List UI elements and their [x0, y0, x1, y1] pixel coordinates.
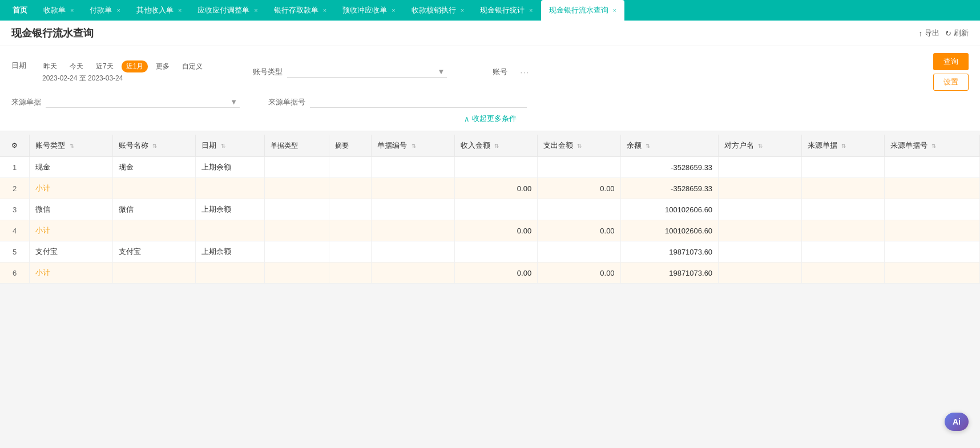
cell-account-type: 小计: [30, 263, 112, 284]
col-balance[interactable]: 余额 ⇅: [620, 135, 719, 157]
cell-source-doc-no: [885, 178, 980, 199]
cell-doc-type: [264, 263, 329, 284]
cell-account-type: 支付宝: [30, 241, 112, 263]
settings-button[interactable]: 设置: [933, 74, 969, 91]
header-actions: ↑ 导出 ↻ 刷新: [919, 28, 969, 38]
col-account-name[interactable]: 账号名称 ⇅: [112, 135, 195, 157]
nav-tab-tongji[interactable]: 现金银行统计 ×: [472, 0, 541, 21]
nav-tab-shoukuan[interactable]: 收款单 ×: [35, 0, 82, 21]
source-doc-no-label: 来源单据号: [268, 97, 305, 107]
col-summary: 摘要: [329, 135, 372, 157]
account-label: 账号: [493, 67, 515, 77]
cell-date: 上期余额: [196, 157, 264, 178]
cell-summary: [329, 263, 372, 284]
account-dots[interactable]: ···: [520, 68, 530, 76]
cell-expense: 0.00: [538, 263, 620, 284]
col-source-doc-no[interactable]: 来源单据号 ⇅: [885, 135, 980, 157]
cell-balance: -3528659.33: [620, 157, 719, 178]
export-button[interactable]: ↑ 导出: [919, 28, 940, 38]
refresh-button[interactable]: ↻ 刷新: [945, 28, 969, 38]
cell-source-doc: [801, 263, 884, 284]
cell-expense: [538, 157, 620, 178]
cell-summary: [329, 199, 372, 220]
cell-expense: 0.00: [538, 220, 620, 241]
date-range-display: 2023-02-24 至 2023-03-24: [42, 74, 207, 83]
table-body: 1现金现金上期余额-3528659.332小计0.000.00-3528659.…: [0, 157, 980, 284]
date-btn-today[interactable]: 今天: [65, 60, 88, 72]
close-icon[interactable]: ×: [613, 0, 616, 21]
cell-balance: 100102606.60: [620, 220, 719, 241]
close-icon[interactable]: ×: [70, 0, 74, 21]
col-counterparty[interactable]: 对方户名 ⇅: [719, 135, 801, 157]
cell-account-name: 微信: [112, 199, 195, 220]
filter-row-2: 来源单据 ▼ 来源单据号: [11, 96, 969, 108]
cell-date: [196, 263, 264, 284]
source-doc-select[interactable]: ▼: [46, 96, 240, 108]
cell-counterparty: [719, 178, 801, 199]
cell-source-doc: [801, 220, 884, 241]
cell-expense: [538, 241, 620, 263]
cell-counterparty: [719, 263, 801, 284]
nav-tab-yinhangcunqu[interactable]: 银行存取款单 ×: [266, 0, 334, 21]
nav-tab-yushou[interactable]: 预收冲应收单 ×: [334, 0, 403, 21]
col-doc-no[interactable]: 单据编号 ⇅: [372, 135, 454, 157]
collapse-bar[interactable]: ∧ 收起更多条件: [11, 114, 969, 124]
sort-icon: ⇅: [152, 143, 157, 149]
date-btn-7days[interactable]: 近7天: [91, 60, 118, 72]
cell-doc-type: [264, 157, 329, 178]
date-btn-1month[interactable]: 近1月: [122, 60, 148, 72]
cell-doc-type: [264, 220, 329, 241]
col-date[interactable]: 日期 ⇅: [196, 135, 264, 157]
date-btn-custom[interactable]: 自定义: [178, 60, 207, 72]
close-icon[interactable]: ×: [254, 0, 257, 21]
cell-doc-no: [372, 157, 454, 178]
date-buttons: 昨天 今天 近7天 近1月 更多 自定义: [39, 60, 207, 72]
cell-income: [454, 241, 537, 263]
cell-doc-no: [372, 263, 454, 284]
cell-summary: [329, 178, 372, 199]
nav-tab-shoukuan-hexiao[interactable]: 收款核销执行 ×: [404, 0, 472, 21]
cell-account-name: [112, 220, 195, 241]
col-expense[interactable]: 支出金额 ⇅: [538, 135, 620, 157]
nav-home[interactable]: 首页: [5, 0, 35, 21]
cell-source-doc-no: [885, 199, 980, 220]
nav-tab-qitashouru[interactable]: 其他收入单 ×: [128, 0, 189, 21]
cell-income: 0.00: [454, 263, 537, 284]
row-number: 3: [0, 199, 30, 220]
cell-counterparty: [719, 157, 801, 178]
cell-account-name: 支付宝: [112, 241, 195, 263]
row-number: 4: [0, 220, 30, 241]
nav-tab-fukuan[interactable]: 付款单 ×: [82, 0, 128, 21]
close-icon[interactable]: ×: [461, 0, 464, 21]
col-income[interactable]: 收入金额 ⇅: [454, 135, 537, 157]
page-title: 现金银行流水查询: [11, 26, 94, 40]
col-source-doc[interactable]: 来源单据 ⇅: [801, 135, 884, 157]
cell-source-doc: [801, 178, 884, 199]
nav-tab-yingshouyingfu[interactable]: 应收应付调整单 ×: [189, 0, 265, 21]
col-settings[interactable]: ⚙: [0, 135, 30, 157]
export-icon: ↑: [919, 29, 923, 38]
account-type-select[interactable]: ▼: [287, 66, 447, 78]
source-doc-no-input[interactable]: [310, 96, 527, 108]
date-btn-more[interactable]: 更多: [151, 60, 174, 72]
table-row: 1现金现金上期余额-3528659.33: [0, 157, 980, 178]
cell-counterparty: [719, 241, 801, 263]
date-btn-yesterday[interactable]: 昨天: [39, 60, 62, 72]
close-icon[interactable]: ×: [178, 0, 182, 21]
close-icon[interactable]: ×: [392, 0, 395, 21]
cell-date: [196, 178, 264, 199]
query-button[interactable]: 查询: [933, 53, 969, 70]
nav-tab-liushui-active[interactable]: 现金银行流水查询 ×: [541, 0, 624, 21]
filter-area: 日期 昨天 今天 近7天 近1月 更多 自定义 2023-02-24 至 202…: [0, 46, 980, 131]
collapse-label: 收起更多条件: [472, 114, 517, 124]
cell-balance: 19871073.60: [620, 241, 719, 263]
close-icon[interactable]: ×: [116, 0, 120, 21]
close-icon[interactable]: ×: [323, 0, 326, 21]
close-icon[interactable]: ×: [529, 0, 533, 21]
table-row: 4小计0.000.00100102606.60: [0, 220, 980, 241]
col-account-type[interactable]: 账号类型 ⇅: [30, 135, 112, 157]
cell-summary: [329, 157, 372, 178]
account-type-label: 账号类型: [253, 67, 283, 77]
cell-date: 上期余额: [196, 241, 264, 263]
cell-source-doc-no: [885, 220, 980, 241]
